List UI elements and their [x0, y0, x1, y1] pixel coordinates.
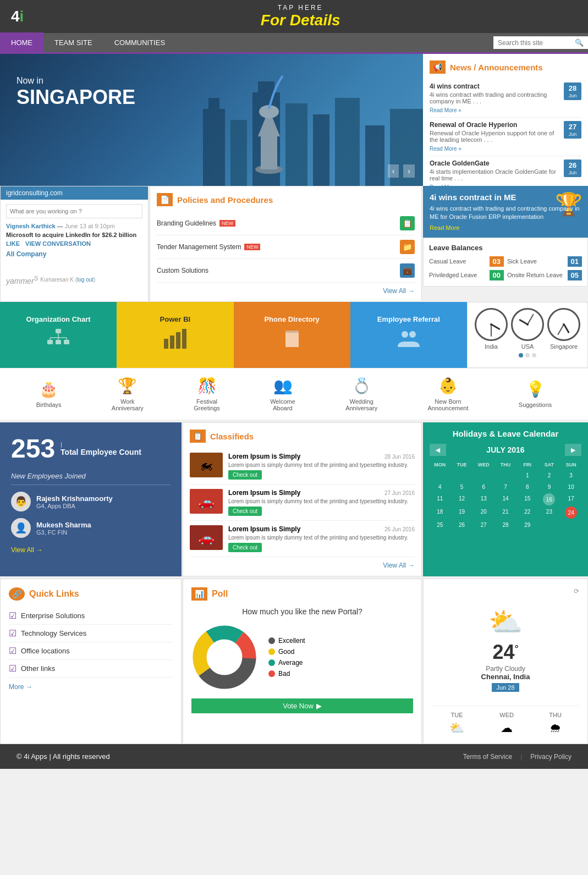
- news-2-text: Renewal of Oracle Hyperion support fot o…: [430, 130, 559, 143]
- cal-day-14[interactable]: 14: [495, 493, 516, 505]
- employee-2-avatar: 👤: [11, 518, 31, 538]
- tile-phone-directory[interactable]: Phone Directory: [234, 302, 350, 368]
- org-chart-icon: [45, 328, 72, 355]
- cal-day-5[interactable]: 5: [452, 482, 472, 492]
- terms-of-service-link[interactable]: Terms of Service: [463, 753, 512, 761]
- tap-here-text: TAP HERE: [24, 4, 577, 12]
- quick-link-technology[interactable]: ☑ Technology Services: [9, 625, 173, 642]
- cal-day-6[interactable]: 6: [473, 482, 494, 492]
- yammer-view-conversation-btn[interactable]: VIEW CONVERSATION: [25, 240, 91, 247]
- nav-home[interactable]: HOME: [0, 32, 43, 53]
- employee-view-all[interactable]: View All →: [11, 546, 171, 554]
- cal-day-24[interactable]: 24: [565, 507, 577, 519]
- quick-links-more-btn[interactable]: More →: [9, 683, 173, 691]
- nav-communities[interactable]: COMMUNITIES: [103, 32, 176, 53]
- cal-day-21[interactable]: 21: [495, 507, 516, 519]
- cal-day-11[interactable]: 11: [430, 493, 450, 505]
- weather-icon: ⛅: [488, 606, 523, 638]
- svg-point-31: [402, 331, 408, 338]
- cal-day-23[interactable]: 23: [539, 507, 560, 519]
- tiles-clock-row: Organization Chart Power BI: [0, 302, 588, 368]
- news-megaphone-icon: 📢: [430, 60, 446, 74]
- cal-day-10[interactable]: 10: [560, 482, 581, 492]
- leave-casual: Casual Leave 03: [429, 256, 504, 267]
- policies-view-all[interactable]: View All →: [157, 283, 415, 295]
- trophy-icon: 🏆: [555, 191, 582, 217]
- classified-2-checkout[interactable]: Check out: [228, 507, 262, 516]
- cal-day-22[interactable]: 22: [517, 507, 538, 519]
- cal-day-9[interactable]: 9: [539, 482, 560, 492]
- search-input[interactable]: [498, 39, 575, 47]
- cal-day-3[interactable]: 3: [560, 470, 581, 481]
- social-festival-greetings[interactable]: 🎊 FestivalGreetings: [194, 377, 220, 411]
- cal-day-29[interactable]: 29: [517, 520, 538, 530]
- cal-day-25[interactable]: 25: [430, 520, 450, 530]
- cal-prev-btn[interactable]: ◄: [430, 444, 446, 456]
- clock-dots: [519, 353, 536, 357]
- nav-teamsite[interactable]: TEAM SITE: [43, 32, 103, 53]
- cal-day-2[interactable]: 2: [539, 470, 560, 481]
- social-wedding-anniversary[interactable]: 💍 WeddingAnniversary: [345, 377, 377, 411]
- classified-3-name: Lorem Ipsum is Simply: [228, 525, 300, 533]
- technology-checkbox-icon: ☑: [9, 628, 17, 639]
- cal-day-26[interactable]: 26: [452, 520, 472, 530]
- social-birthdays[interactable]: 🎂 Birthdays: [36, 380, 62, 408]
- social-new-born[interactable]: 👶 New BornAnnouncement: [428, 377, 469, 411]
- yammer-like-btn[interactable]: LIKE: [6, 240, 20, 247]
- logo: 4i: [11, 8, 24, 25]
- news-1-read-more[interactable]: Read More »: [430, 107, 461, 113]
- policy-3-icon[interactable]: 💼: [400, 263, 415, 278]
- cal-day-12[interactable]: 12: [452, 493, 472, 505]
- cal-next-btn[interactable]: ►: [565, 444, 581, 456]
- quick-link-office[interactable]: ☑ Office locations: [9, 642, 173, 660]
- search-icon[interactable]: 🔍: [575, 38, 584, 47]
- cal-day-20[interactable]: 20: [473, 507, 494, 519]
- tile-employee-referral[interactable]: Employee Referral: [350, 302, 467, 368]
- weather-refresh-btn[interactable]: ⟳: [432, 587, 579, 595]
- cal-day-8[interactable]: 8: [517, 482, 538, 492]
- employee-1: 👨 Rajesh Krishnamoorty G4, Apps DBA: [11, 492, 171, 511]
- cal-day-7[interactable]: 7: [495, 482, 516, 492]
- policy-2-icon[interactable]: 📁: [400, 240, 415, 254]
- classified-3-checkout[interactable]: Check out: [228, 543, 262, 552]
- tile-org-chart[interactable]: Organization Chart: [0, 302, 117, 368]
- wins-read-more[interactable]: Read More: [430, 224, 581, 231]
- social-suggestions[interactable]: 💡 Suggestions: [519, 380, 552, 408]
- cal-day-4[interactable]: 4: [430, 482, 450, 492]
- yammer-logout[interactable]: log out: [77, 277, 94, 283]
- cal-day-15[interactable]: 15: [517, 493, 538, 505]
- poll-header: 📊 Poll: [191, 587, 413, 601]
- cal-day-13[interactable]: 13: [473, 493, 494, 505]
- quick-link-enterprise[interactable]: ☑ Enterprise Solutions: [9, 607, 173, 625]
- average-label: Average: [278, 659, 303, 667]
- quick-link-other[interactable]: ☑ Other links: [9, 660, 173, 678]
- cal-day-27[interactable]: 27: [473, 520, 494, 530]
- cal-day-28[interactable]: 28: [495, 520, 516, 530]
- cal-day-19[interactable]: 19: [452, 507, 472, 519]
- tile-power-bi[interactable]: Power BI: [117, 302, 233, 368]
- cal-day-17[interactable]: 17: [560, 493, 581, 505]
- classifieds-view-all[interactable]: View All →: [190, 557, 415, 569]
- singapore-label: Singapore: [550, 343, 578, 350]
- policy-1-icon[interactable]: 📋: [400, 216, 415, 230]
- cal-day-16[interactable]: 16: [543, 493, 555, 505]
- news-2-read-more[interactable]: Read More »: [430, 146, 461, 152]
- social-work-anniversary[interactable]: 🏆 WorkAnniversary: [112, 377, 144, 411]
- clock-india: India: [475, 308, 508, 350]
- privacy-policy-link[interactable]: Privacy Policy: [530, 753, 571, 761]
- policy-3-name: Custom Solutions: [157, 267, 208, 274]
- hero-next-btn[interactable]: ›: [403, 164, 415, 178]
- wedding-anniversary-label: WeddingAnniversary: [345, 398, 377, 411]
- hero-prev-btn[interactable]: ‹: [388, 164, 399, 178]
- cal-day-1[interactable]: 1: [517, 470, 538, 481]
- news-header: 📢 News / Announcements: [430, 60, 581, 74]
- yammer-input[interactable]: [6, 204, 142, 218]
- hero-city-text: SINGAPORE: [17, 86, 135, 109]
- clock-widget: India USA Singapore: [467, 302, 588, 368]
- classified-1-checkout[interactable]: Check out: [228, 470, 262, 480]
- good-label: Good: [278, 648, 294, 656]
- social-welcome-aboard[interactable]: 👥 WelcomeAboard: [270, 377, 295, 411]
- cal-day-18[interactable]: 18: [430, 507, 450, 519]
- middle-row: igridconsulting.com Vignesh Karthick — J…: [0, 186, 588, 302]
- vote-now-btn[interactable]: Vote Now ▶: [191, 698, 413, 713]
